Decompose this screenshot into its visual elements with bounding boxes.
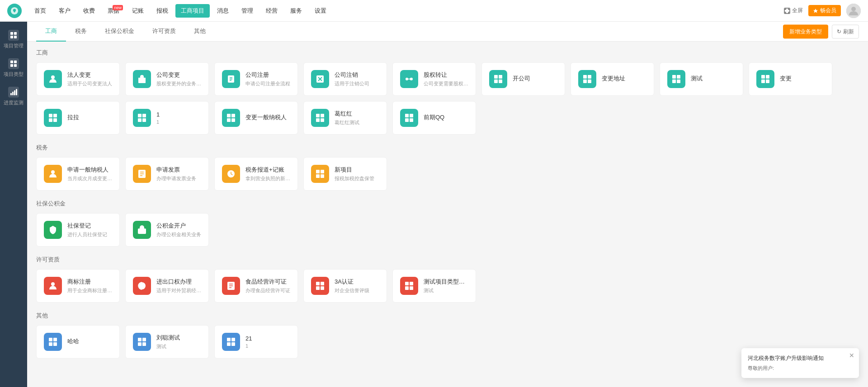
- section-shebao: 社保公积金 社保登记 进行人员社保登记: [36, 200, 859, 247]
- svg-rect-37: [766, 79, 769, 83]
- svg-rect-52: [316, 118, 320, 122]
- main-content: 工商 税务 社保公积金 许可资质 其他 新增业务类型 ↻ 刷新 工商: [27, 22, 868, 387]
- card-biangeng-nashui[interactable]: 变更一般纳税人: [214, 101, 298, 135]
- card-icon-kai: [489, 70, 507, 88]
- card-ceshi-leixing[interactable]: 测试项目类型目定义 测试: [392, 269, 476, 303]
- svg-rect-88: [227, 342, 231, 346]
- svg-rect-12: [12, 92, 14, 95]
- card-1[interactable]: 1 1: [125, 101, 209, 135]
- svg-rect-28: [583, 79, 587, 83]
- svg-rect-17: [141, 79, 143, 81]
- card-desc: 适用于公司变更法人: [67, 80, 112, 87]
- card-ceshi[interactable]: 测试: [660, 62, 743, 96]
- card-lala[interactable]: 拉拉: [36, 101, 120, 135]
- card-icon-nashui: [222, 109, 240, 127]
- card-icon-faren: [44, 70, 62, 88]
- card-gongjijin-kaihu[interactable]: 公积金开户 办理公积金相关业务: [125, 213, 209, 247]
- svg-rect-64: [321, 174, 324, 178]
- tab-shuiwu[interactable]: 税务: [66, 22, 96, 42]
- card-qianqi-qq[interactable]: 前期QQ: [392, 101, 476, 135]
- nav-operation[interactable]: 经营: [260, 4, 283, 18]
- refresh-button[interactable]: ↻ 刷新: [832, 24, 859, 38]
- card-name: 申请一般纳税人: [67, 166, 112, 174]
- card-faren-biangeng[interactable]: 法人变更 适用于公司变更法人: [36, 62, 120, 96]
- nav-manage[interactable]: 管理: [236, 4, 259, 18]
- card-icon-shebao: [44, 221, 62, 239]
- tab-qita[interactable]: 其他: [185, 22, 215, 42]
- card-name: 税务报道+记账: [245, 166, 290, 174]
- nav-message[interactable]: 消息: [212, 4, 234, 18]
- card-liucong-ceshi[interactable]: 刘聪测试 测试: [125, 325, 209, 359]
- card-name: 股权转让: [424, 71, 468, 79]
- nav-tax[interactable]: 报税: [151, 4, 174, 18]
- card-desc: 拿到营业执照的新公司: [245, 175, 290, 182]
- card-desc: 测试: [424, 287, 468, 294]
- tab-bar-actions: 新增业务类型 ↻ 刷新: [783, 24, 859, 38]
- card-name: 变更一般纳税人: [245, 113, 290, 121]
- svg-rect-78: [49, 338, 52, 341]
- svg-rect-49: [231, 118, 235, 122]
- svg-rect-50: [316, 114, 320, 117]
- new-type-button[interactable]: 新增业务类型: [783, 24, 828, 38]
- card-shenqing-nashui[interactable]: 申请一般纳税人 当月或次月成变更完成: [36, 157, 120, 191]
- card-guquan-zhuanrang[interactable]: 股权转让 公司变更需要股权转让: [392, 62, 476, 96]
- card-desc: 公司变更需要股权转让: [424, 80, 468, 87]
- svg-rect-48: [227, 118, 231, 122]
- svg-rect-14: [16, 89, 17, 95]
- card-xin-xiangmu[interactable]: 新项目 报税加税控盘保管: [303, 157, 387, 191]
- nav-customer[interactable]: 客户: [53, 4, 76, 18]
- card-biangeng2[interactable]: 变更: [749, 62, 832, 96]
- card-shipin-xuke[interactable]: 食品经营许可证 办理食品经营许可证: [214, 269, 298, 303]
- svg-rect-47: [231, 114, 235, 117]
- member-button[interactable]: 畅会员: [808, 5, 841, 16]
- card-21[interactable]: 21 1: [214, 325, 298, 359]
- card-shenqing-fapiao[interactable]: 申请发票 办理申请发票业务: [125, 157, 209, 191]
- fullscreen-button[interactable]: 全屏: [784, 7, 803, 14]
- card-desc: 葛红红测试: [335, 119, 379, 126]
- notification-close-button[interactable]: ✕: [849, 352, 854, 359]
- card-icon-bg2: [756, 70, 774, 88]
- svg-rect-83: [142, 338, 146, 341]
- card-jinchukouquan[interactable]: 进出口权办理 适用于对外贸易经营者: [125, 269, 209, 303]
- tab-gongshang[interactable]: 工商: [36, 22, 66, 42]
- card-desc: 适用于注销公司: [335, 80, 379, 87]
- card-shuiwu-baodao[interactable]: 税务报道+记账 拿到营业执照的新公司: [214, 157, 298, 191]
- card-biangeng-dizhi[interactable]: 变更地址: [571, 62, 654, 96]
- card-gongsi-zhuce[interactable]: 公司注册 申请公司注册全流程: [214, 62, 298, 96]
- card-name: 法人变更: [67, 71, 112, 79]
- card-kai-gongsi[interactable]: 开公司: [481, 62, 565, 96]
- svg-rect-27: [588, 75, 591, 79]
- sidebar-item-progress-monitor[interactable]: 进度监测: [0, 82, 27, 111]
- card-desc: 申请公司注册全流程: [245, 80, 290, 87]
- nav-service[interactable]: 服务: [285, 4, 307, 18]
- sidebar-item-project-type[interactable]: 项目类型: [0, 54, 27, 82]
- card-gehonghong[interactable]: 葛红红 葛红红测试: [303, 101, 387, 135]
- nav-settings[interactable]: 设置: [309, 4, 332, 18]
- card-icon-fapiao: [133, 165, 151, 183]
- svg-rect-71: [321, 282, 324, 285]
- card-icon-baodao: [222, 165, 240, 183]
- nav-industrial[interactable]: 工商项目: [175, 4, 210, 18]
- svg-rect-53: [321, 118, 324, 122]
- notification-content: 尊敬的用户:: [748, 365, 853, 372]
- tab-xuke[interactable]: 许可资质: [143, 22, 185, 42]
- nav-charge[interactable]: 收费: [78, 4, 100, 18]
- svg-rect-29: [588, 79, 591, 83]
- app-logo[interactable]: [7, 4, 22, 18]
- card-shangbiao-zhuce[interactable]: 商标注册 用于企业商标注册服务: [36, 269, 120, 303]
- sidebar-item-project-manage[interactable]: 项目管理: [0, 25, 27, 54]
- svg-rect-73: [321, 286, 324, 290]
- card-desc: 股权变更外的业务变更: [156, 80, 201, 87]
- card-haha[interactable]: 哈哈: [36, 325, 120, 359]
- nav-bookkeeping[interactable]: 记账: [127, 4, 149, 18]
- card-3a-renzheng[interactable]: 3A认证 对企业信誉评级: [303, 269, 387, 303]
- card-gongsi-biangeng[interactable]: 公司变更 股权变更外的业务变更: [125, 62, 209, 96]
- card-gongsi-zhuxiao[interactable]: 公司注销 适用于注销公司: [303, 62, 387, 96]
- card-shebao-dengji[interactable]: 社保登记 进行人员社保登记: [36, 213, 120, 247]
- card-icon-qq: [400, 109, 418, 127]
- tab-shebao[interactable]: 社保公积金: [96, 22, 143, 42]
- nav-ticket[interactable]: 票据 new: [102, 4, 125, 18]
- svg-point-20: [406, 78, 408, 80]
- user-avatar[interactable]: [846, 4, 861, 18]
- nav-home[interactable]: 首页: [29, 4, 52, 18]
